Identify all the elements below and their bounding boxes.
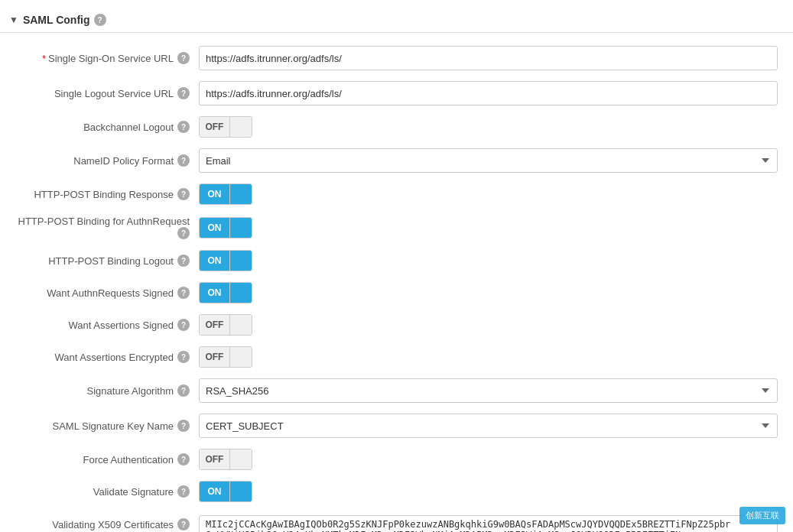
want-assertions-signed-help-icon[interactable]: ? <box>177 319 190 331</box>
page-container: ▼ SAML Config ? * Single Sign-On Service… <box>0 0 793 532</box>
want-authn-signed-toggle-label: ON <box>200 283 229 303</box>
want-assertions-encrypted-control: OFF <box>199 346 778 368</box>
http-post-binding-logout-control: ON <box>199 250 778 271</box>
sso-url-control <box>199 46 778 70</box>
validate-signature-toggle-label: ON <box>200 482 229 501</box>
http-post-binding-logout-help-icon[interactable]: ? <box>177 255 190 267</box>
http-post-binding-logout-toggle-label: ON <box>200 251 229 271</box>
validating-x509-textarea-container: MIIc2jCCAcKgAwIBAgIQOb0R2g5SzKNJFpP0kezu… <box>199 515 778 532</box>
signature-algorithm-help-icon[interactable]: ? <box>177 384 190 397</box>
saml-signature-key-name-row: SAML Signature Key Name ? CERT_SUBJECT K… <box>0 408 793 443</box>
section-chevron-icon[interactable]: ▼ <box>9 15 18 25</box>
http-post-binding-authn-control: ON <box>199 217 778 238</box>
saml-signature-key-name-label: SAML Signature Key Name ? <box>15 420 199 432</box>
http-post-binding-logout-toggle[interactable]: ON <box>199 250 252 271</box>
http-post-binding-logout-label: HTTP-POST Binding Logout ? <box>15 255 199 267</box>
validating-x509-help-icon[interactable]: ? <box>177 518 190 530</box>
validate-signature-control: ON <box>199 481 778 502</box>
saml-signature-key-name-help-icon[interactable]: ? <box>177 420 190 432</box>
nameid-policy-select[interactable]: Email Persistent Transient Unspecified <box>199 148 778 173</box>
validate-signature-row: Validate Signature ? ON <box>0 475 793 508</box>
want-authn-signed-toggle-handle <box>229 283 252 303</box>
http-post-binding-authn-toggle-handle <box>229 218 252 238</box>
validate-signature-toggle-handle <box>229 482 252 501</box>
http-post-binding-authn-toggle-label: ON <box>200 218 229 238</box>
backchannel-logout-toggle-label: OFF <box>200 117 229 137</box>
signature-algorithm-select[interactable]: RSA_SHA256 RSA_SHA1 RSA_SHA512 DSA_SHA1 <box>199 378 778 403</box>
validating-x509-textarea[interactable]: MIIc2jCCAcKgAwIBAgIQOb0R2g5SzKNJFpP0kezu… <box>199 515 778 532</box>
nameid-policy-row: NameID Policy Format ? Email Persistent … <box>0 143 793 178</box>
sso-url-input[interactable] <box>199 46 778 70</box>
backchannel-logout-help-icon[interactable]: ? <box>177 121 190 133</box>
http-post-binding-logout-toggle-handle <box>229 251 252 271</box>
required-indicator: * <box>42 53 46 64</box>
want-assertions-encrypted-toggle-handle <box>229 347 252 367</box>
want-authn-signed-help-icon[interactable]: ? <box>177 287 190 299</box>
http-post-binding-authn-label: HTTP-POST Binding for AuthnRequest ? <box>15 216 199 239</box>
want-assertions-encrypted-toggle[interactable]: OFF <box>199 346 252 368</box>
want-assertions-signed-control: OFF <box>199 314 778 336</box>
force-authentication-row: Force Authentication ? OFF <box>0 443 793 475</box>
http-post-binding-authn-toggle[interactable]: ON <box>199 217 252 238</box>
validating-x509-control: MIIc2jCCAcKgAwIBAgIQOb0R2g5SzKNJFpP0kezu… <box>199 515 778 532</box>
validating-x509-label: Validating X509 Certificates ? <box>15 515 199 530</box>
slo-url-row: Single Logout Service URL ? <box>0 76 793 111</box>
force-authentication-control: OFF <box>199 449 778 470</box>
validate-signature-label: Validate Signature ? <box>15 485 199 498</box>
want-authn-signed-toggle[interactable]: ON <box>199 282 252 303</box>
slo-url-help-icon[interactable]: ? <box>177 87 190 99</box>
want-assertions-signed-toggle-label: OFF <box>200 315 229 335</box>
nameid-policy-select-wrapper: Email Persistent Transient Unspecified <box>199 148 778 173</box>
http-post-binding-authn-help-icon[interactable]: ? <box>177 227 190 239</box>
validate-signature-toggle[interactable]: ON <box>199 481 252 502</box>
http-post-binding-response-control: ON <box>199 183 778 205</box>
backchannel-logout-row: Backchannel Logout ? OFF <box>0 111 793 143</box>
saml-signature-key-name-control: CERT_SUBJECT KEY_ID NONE <box>199 414 778 438</box>
want-assertions-signed-toggle[interactable]: OFF <box>199 314 252 336</box>
want-assertions-signed-label: Want Assertions Signed ? <box>15 319 199 331</box>
http-post-binding-response-row: HTTP-POST Binding Response ? ON <box>0 178 793 210</box>
want-assertions-signed-row: Want Assertions Signed ? OFF <box>0 309 793 341</box>
section-help-icon[interactable]: ? <box>94 14 106 26</box>
http-post-binding-response-toggle[interactable]: ON <box>199 183 252 205</box>
force-authentication-toggle-label: OFF <box>200 449 229 469</box>
signature-algorithm-row: Signature Algorithm ? RSA_SHA256 RSA_SHA… <box>0 373 793 408</box>
want-authn-signed-label: Want AuthnRequests Signed ? <box>15 287 199 299</box>
want-assertions-encrypted-label: Want Assertions Encrypted ? <box>15 351 199 363</box>
sso-url-row: * Single Sign-On Service URL ? <box>0 41 793 76</box>
http-post-binding-response-toggle-label: ON <box>200 184 229 204</box>
signature-algorithm-label: Signature Algorithm ? <box>15 384 199 397</box>
saml-signature-key-name-select-wrapper: CERT_SUBJECT KEY_ID NONE <box>199 414 778 438</box>
want-assertions-encrypted-toggle-label: OFF <box>200 347 229 367</box>
backchannel-logout-label: Backchannel Logout ? <box>15 121 199 133</box>
want-assertions-signed-toggle-handle <box>229 315 252 335</box>
nameid-policy-label: NameID Policy Format ? <box>15 154 199 167</box>
http-post-binding-response-help-icon[interactable]: ? <box>177 188 190 200</box>
watermark: 创新互联 <box>739 507 785 524</box>
section-title: SAML Config <box>23 14 90 26</box>
http-post-binding-authn-row: HTTP-POST Binding for AuthnRequest ? ON <box>0 210 793 245</box>
http-post-binding-response-label: HTTP-POST Binding Response ? <box>15 188 199 200</box>
backchannel-logout-toggle-handle <box>229 117 252 137</box>
signature-algorithm-select-wrapper: RSA_SHA256 RSA_SHA1 RSA_SHA512 DSA_SHA1 <box>199 378 778 403</box>
nameid-policy-help-icon[interactable]: ? <box>177 154 190 167</box>
http-post-binding-response-toggle-handle <box>229 184 252 204</box>
slo-url-label: Single Logout Service URL ? <box>15 87 199 99</box>
force-authentication-toggle[interactable]: OFF <box>199 449 252 470</box>
saml-signature-key-name-select[interactable]: CERT_SUBJECT KEY_ID NONE <box>199 414 778 438</box>
http-post-binding-logout-row: HTTP-POST Binding Logout ? ON <box>0 245 793 277</box>
force-authentication-toggle-handle <box>229 449 252 469</box>
backchannel-logout-toggle[interactable]: OFF <box>199 116 252 138</box>
sso-url-help-icon[interactable]: ? <box>177 52 190 64</box>
force-authentication-help-icon[interactable]: ? <box>177 453 190 466</box>
want-authn-signed-row: Want AuthnRequests Signed ? ON <box>0 277 793 309</box>
want-assertions-encrypted-row: Want Assertions Encrypted ? OFF <box>0 341 793 373</box>
want-authn-signed-control: ON <box>199 282 778 303</box>
want-assertions-encrypted-help-icon[interactable]: ? <box>177 351 190 363</box>
validating-x509-row: Validating X509 Certificates ? MIIc2jCCA… <box>0 508 793 532</box>
force-authentication-label: Force Authentication ? <box>15 453 199 466</box>
slo-url-input[interactable] <box>199 81 778 105</box>
validate-signature-help-icon[interactable]: ? <box>177 485 190 498</box>
nameid-policy-control: Email Persistent Transient Unspecified <box>199 148 778 173</box>
section-header: ▼ SAML Config ? <box>0 8 793 33</box>
